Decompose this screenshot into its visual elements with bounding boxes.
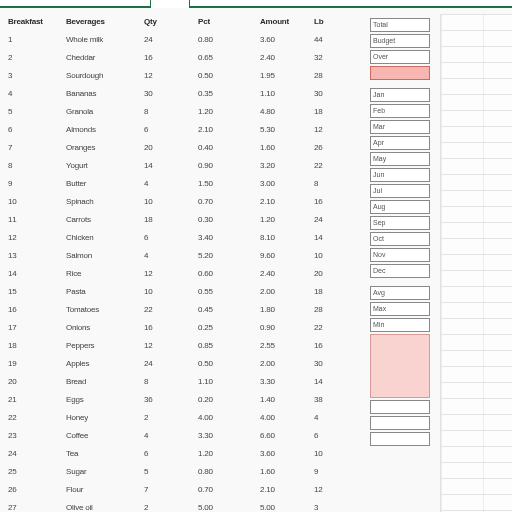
data-cell[interactable]: 5 [8, 104, 58, 120]
data-cell[interactable]: 14 [314, 230, 350, 246]
data-cell[interactable]: 38 [314, 392, 350, 408]
data-cell[interactable]: 4.80 [260, 104, 306, 120]
data-cell[interactable]: 8 [144, 104, 190, 120]
data-cell[interactable]: 28 [314, 302, 350, 318]
summary-box[interactable]: May [370, 152, 430, 166]
data-cell[interactable]: 12 [314, 122, 350, 138]
data-cell[interactable]: Chicken [66, 230, 136, 246]
data-cell[interactable]: 12 [144, 338, 190, 354]
data-cell[interactable]: 24 [314, 212, 350, 228]
data-cell[interactable]: Sugar [66, 464, 136, 480]
data-cell[interactable]: 0.60 [198, 266, 234, 282]
data-cell[interactable]: Bananas [66, 86, 136, 102]
empty-gridlines[interactable] [440, 14, 512, 512]
data-cell[interactable]: 24 [144, 356, 190, 372]
data-cell[interactable]: 0.80 [198, 464, 234, 480]
summary-box[interactable]: Jan [370, 88, 430, 102]
data-cell[interactable]: 16 [144, 50, 190, 66]
summary-box[interactable]: Jun [370, 168, 430, 182]
data-cell[interactable]: 1.60 [260, 140, 306, 156]
data-cell[interactable]: 4.00 [198, 410, 234, 426]
data-cell[interactable]: 5.30 [260, 122, 306, 138]
data-cell[interactable]: 4 [144, 428, 190, 444]
data-cell[interactable]: 1.20 [198, 446, 234, 462]
data-cell[interactable]: 6 [314, 428, 350, 444]
data-cell[interactable]: 26 [8, 482, 58, 498]
data-cell[interactable]: 1.20 [260, 212, 306, 228]
data-cell[interactable]: 16 [8, 302, 58, 318]
data-cell[interactable]: 10 [144, 284, 190, 300]
ribbon-active-tab[interactable] [150, 0, 190, 8]
data-cell[interactable]: 2.40 [260, 50, 306, 66]
data-cell[interactable]: 1 [8, 32, 58, 48]
data-cell[interactable]: Coffee [66, 428, 136, 444]
data-cell[interactable]: 23 [8, 428, 58, 444]
data-cell[interactable]: Butter [66, 176, 136, 192]
data-cell[interactable]: 0.30 [198, 212, 234, 228]
data-cell[interactable]: Sourdough [66, 68, 136, 84]
data-cell[interactable]: 0.35 [198, 86, 234, 102]
data-cell[interactable]: 0.90 [198, 158, 234, 174]
data-cell[interactable]: 2 [144, 410, 190, 426]
data-cell[interactable]: 12 [144, 266, 190, 282]
data-cell[interactable]: 0.40 [198, 140, 234, 156]
data-cell[interactable]: 3.20 [260, 158, 306, 174]
data-cell[interactable]: Onions [66, 320, 136, 336]
data-cell[interactable]: 0.70 [198, 194, 234, 210]
data-cell[interactable]: Rice [66, 266, 136, 282]
data-cell[interactable]: 5.00 [198, 500, 234, 512]
data-cell[interactable]: 8 [144, 374, 190, 390]
data-cell[interactable]: 6.60 [260, 428, 306, 444]
data-cell[interactable]: 6 [144, 446, 190, 462]
data-cell[interactable]: 0.50 [198, 356, 234, 372]
data-cell[interactable]: Carrots [66, 212, 136, 228]
data-cell[interactable]: 0.55 [198, 284, 234, 300]
data-cell[interactable]: 17 [8, 320, 58, 336]
data-cell[interactable]: 10 [8, 194, 58, 210]
summary-box-empty[interactable] [370, 432, 430, 446]
data-cell[interactable]: 18 [8, 338, 58, 354]
summary-box[interactable]: Max [370, 302, 430, 316]
data-cell[interactable]: 1.10 [260, 86, 306, 102]
summary-box-empty[interactable] [370, 400, 430, 414]
data-cell[interactable]: 0.50 [198, 68, 234, 84]
data-cell[interactable]: 1.60 [260, 464, 306, 480]
summary-box[interactable]: Over [370, 50, 430, 64]
summary-box[interactable]: Min [370, 318, 430, 332]
data-cell[interactable]: 18 [144, 212, 190, 228]
data-cell[interactable]: 6 [144, 230, 190, 246]
data-cell[interactable]: 10 [144, 194, 190, 210]
summary-box[interactable]: Total [370, 18, 430, 32]
column-header[interactable]: Pct [198, 14, 234, 30]
data-cell[interactable]: 3.40 [198, 230, 234, 246]
data-cell[interactable]: 15 [8, 284, 58, 300]
data-cell[interactable]: Almonds [66, 122, 136, 138]
data-cell[interactable]: 21 [8, 392, 58, 408]
data-cell[interactable]: 16 [314, 338, 350, 354]
data-cell[interactable]: 20 [8, 374, 58, 390]
data-cell[interactable]: 8.10 [260, 230, 306, 246]
data-cell[interactable]: Yogurt [66, 158, 136, 174]
data-cell[interactable]: 9.60 [260, 248, 306, 264]
data-cell[interactable]: 0.70 [198, 482, 234, 498]
data-cell[interactable]: 4 [314, 410, 350, 426]
data-cell[interactable]: 2.10 [260, 482, 306, 498]
data-cell[interactable]: Bread [66, 374, 136, 390]
data-cell[interactable]: 16 [314, 194, 350, 210]
data-cell[interactable]: 30 [314, 356, 350, 372]
data-cell[interactable]: Tea [66, 446, 136, 462]
data-cell[interactable]: Pasta [66, 284, 136, 300]
data-cell[interactable]: 26 [314, 140, 350, 156]
data-cell[interactable]: 20 [314, 266, 350, 282]
data-cell[interactable]: Oranges [66, 140, 136, 156]
summary-box[interactable]: Jul [370, 184, 430, 198]
data-cell[interactable]: 2.00 [260, 356, 306, 372]
data-cell[interactable]: 7 [8, 140, 58, 156]
data-cell[interactable]: 0.80 [198, 32, 234, 48]
data-cell[interactable]: 18 [314, 284, 350, 300]
alert-box-red[interactable] [370, 66, 430, 80]
data-cell[interactable]: Tomatoes [66, 302, 136, 318]
data-cell[interactable]: 28 [314, 68, 350, 84]
data-cell[interactable]: 5 [144, 464, 190, 480]
data-cell[interactable]: 4 [144, 248, 190, 264]
